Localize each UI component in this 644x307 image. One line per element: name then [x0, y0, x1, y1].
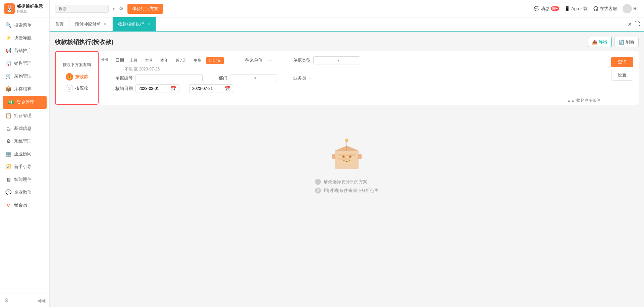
staff-dots-icon[interactable]: ···: [309, 75, 315, 81]
sidebar-logo: 🐰 畅捷通好生意 标准版: [0, 0, 49, 17]
industry-solution-button[interactable]: 体验行业方案: [127, 4, 163, 14]
filter-by-receipt[interactable]: 💰 按收款: [61, 71, 93, 83]
date-custom-btn[interactable]: 自定义: [206, 57, 224, 64]
system-icon: ⚙: [5, 138, 11, 144]
date-last-7days-btn[interactable]: 近7天: [173, 57, 189, 64]
collapse-chevron-icon: ▲▲: [567, 98, 575, 103]
sidebar-item-purchase[interactable]: 🛒 采购管理: [0, 70, 49, 83]
sidebar-item-hardware[interactable]: 🖥 智能硬件: [0, 173, 49, 186]
collapse-filter-icon[interactable]: ◀◀: [99, 51, 110, 105]
topbar-search-input[interactable]: [55, 5, 109, 13]
filter-partner-field: 往来单位 ···: [245, 57, 272, 63]
basic-icon: 🗂: [5, 126, 11, 132]
export-button[interactable]: 📤 导出: [588, 37, 612, 47]
export-icon: 📤: [592, 40, 597, 45]
hardware-icon: 🖥: [5, 177, 11, 183]
date-last-month-btn[interactable]: 上月: [127, 57, 140, 64]
empty-illustration: [327, 136, 367, 173]
query-actions: 查询 设置: [611, 56, 633, 81]
sidebar-item-sales[interactable]: 📊 销售管理: [0, 57, 49, 70]
writeoff-date-start-input[interactable]: [139, 86, 169, 91]
sidebar-item-inventory[interactable]: 📦 库存核算: [0, 83, 49, 95]
sidebar-item-wechat[interactable]: 💬 企业微信: [0, 186, 49, 199]
tab-receivable-close-icon[interactable]: ✕: [147, 22, 150, 27]
sidebar-item-basic[interactable]: 🗂 基础信息: [0, 122, 49, 135]
tab-receivable[interactable]: 收款核销执行 ✕: [113, 17, 156, 31]
query-button[interactable]: 查询: [611, 57, 633, 67]
filter-options-title: 按以下方案查询: [63, 62, 91, 68]
sidebar-item-system[interactable]: ⚙ 系统管理: [0, 135, 49, 148]
page-title: 收款核销执行(按收款): [55, 38, 113, 46]
app-icon: 📱: [565, 6, 570, 11]
wechat-icon: 💬: [5, 189, 11, 195]
quick-nav-icon: ⚡: [5, 35, 11, 41]
date-this-year-btn[interactable]: 本年: [158, 57, 171, 64]
svg-point-9: [350, 156, 351, 157]
filter-row-3: 核销日期 📅 —: [115, 84, 600, 93]
page-container: 收款核销执行(按收款) 📤 导出 🔄 刷新 按以下方案查询 💰 按收款: [50, 32, 644, 307]
writeoff-date-start-icon[interactable]: 📅: [171, 86, 176, 91]
receivable-icon: ⏱: [66, 85, 73, 92]
sidebar-item-member[interactable]: V 畅会员: [0, 199, 49, 211]
svg-rect-10: [332, 154, 335, 159]
date-label: 日期: [115, 57, 124, 63]
sidebar-item-marketing[interactable]: 📢 营销推广: [0, 44, 49, 57]
filter-row-2: 单据编号 部门 ▾: [115, 74, 600, 82]
filter-panel: 按以下方案查询 💰 按收款 ⏱ 按应收 ◀◀: [55, 51, 639, 105]
empty-tip-2: 2 用[过滤]条件来缩小分析范围: [315, 188, 378, 194]
tab-close-all-icon[interactable]: ✕: [628, 21, 632, 28]
page-header-actions: 📤 导出 🔄 刷新: [588, 37, 639, 47]
app-download-button[interactable]: 📱 App下载: [565, 6, 588, 12]
bill-no-input[interactable]: [136, 74, 203, 82]
refresh-icon: 🔄: [619, 40, 624, 45]
sidebar-bottom: ⚙ ◀◀: [0, 294, 49, 307]
sidebar-item-guide[interactable]: 🧭 新手引导: [0, 160, 49, 173]
tab-prepay-close-icon[interactable]: ✕: [104, 22, 107, 27]
bill-type-select[interactable]: ▾: [313, 56, 360, 64]
topbar-left: ▾ ⚙ 体验行业方案: [55, 4, 163, 14]
writeoff-date-end-input[interactable]: [192, 86, 222, 91]
user-name: Rit: [633, 6, 639, 11]
date-this-month-btn[interactable]: 本月: [142, 57, 156, 64]
tab-prepay[interactable]: 预付冲应付单 ✕: [69, 17, 113, 31]
refresh-button[interactable]: 🔄 刷新: [614, 37, 639, 47]
date-nolimit-note: 不限 至 2023-07-26: [115, 66, 600, 72]
partner-dots-icon[interactable]: ···: [265, 57, 272, 63]
message-button[interactable]: 💬 消息 99+: [534, 6, 559, 12]
enterprise-icon: 🏢: [5, 151, 11, 157]
empty-svg: [327, 136, 367, 172]
writeoff-date-range: 📅 — 📅: [136, 84, 233, 93]
empty-state: 1 请先选择要分析的方案 2 用[过滤]条件来缩小分析范围: [55, 109, 639, 220]
filter-rows: 日期 上月 本月 本年 近7天 更多 自定义: [115, 56, 633, 105]
writeoff-date-end-icon[interactable]: 📅: [224, 86, 230, 91]
svg-point-13: [345, 139, 348, 142]
message-icon: 💬: [534, 6, 539, 11]
topbar-chevron-icon[interactable]: ▾: [113, 6, 115, 11]
tab-expand-icon[interactable]: ⛶: [635, 21, 640, 27]
sidebar-item-search[interactable]: 🔍 搜索菜单: [0, 19, 49, 32]
sidebar-item-enterprise[interactable]: 🏢 企业协同: [0, 148, 49, 160]
topbar-gear-icon[interactable]: ⚙: [119, 5, 123, 12]
sidebar-item-quick-nav[interactable]: ⚡ 快捷导航: [0, 32, 49, 44]
tip-num-2: 2: [315, 188, 321, 194]
sidebar-item-operation[interactable]: 📋 经营管理: [0, 109, 49, 122]
member-icon: V: [5, 202, 11, 208]
collapse-more-btn[interactable]: ▲▲ 收起更多条件: [115, 95, 600, 105]
sidebar-item-finance[interactable]: 💵 资金管理: [3, 96, 47, 109]
settings-bottom-icon[interactable]: ⚙: [4, 297, 9, 304]
sidebar-menu: 🔍 搜索菜单 ⚡ 快捷导航 📢 营销推广 📊 销售管理 🛒 采购管理 📦 库存核…: [0, 17, 49, 294]
dept-label: 部门: [219, 75, 227, 81]
date-more-btn[interactable]: 更多: [191, 57, 204, 64]
topbar: ▾ ⚙ 体验行业方案 💬 消息 99+ 📱 App下载 🎧 在线客服 Rit: [50, 0, 644, 17]
filter-by-receivable[interactable]: ⏱ 按应收: [61, 83, 93, 94]
svg-point-8: [343, 156, 344, 157]
settings-button[interactable]: 设置: [611, 70, 633, 81]
user-info[interactable]: Rit: [623, 4, 639, 13]
online-service-button[interactable]: 🎧 在线客服: [593, 6, 617, 12]
dept-select[interactable]: ▾: [230, 74, 277, 82]
tab-home[interactable]: 首页: [50, 17, 69, 31]
collapse-sidebar-icon[interactable]: ◀◀: [37, 297, 45, 304]
writeoff-date-end-wrap: 📅: [189, 84, 233, 93]
bill-no-label: 单据编号: [115, 75, 133, 81]
writeoff-date-start-wrap: 📅: [136, 84, 179, 93]
